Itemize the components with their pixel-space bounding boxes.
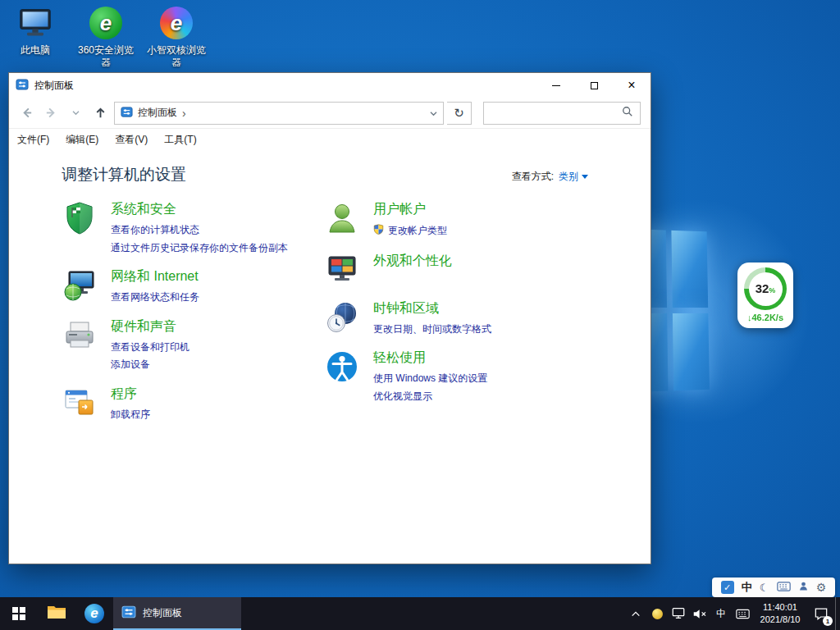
up-button[interactable] [89, 103, 111, 124]
category-appearance: 外观和个性化 [324, 252, 600, 291]
progress-percent-sign: % [769, 286, 775, 294]
category-title-user-accounts[interactable]: 用户帐户 [373, 201, 447, 218]
moon-punctuation-icon[interactable]: ☾ [760, 582, 769, 594]
close-button[interactable]: × [613, 73, 651, 98]
task-link[interactable]: 优化视觉显示 [373, 390, 487, 404]
refresh-button[interactable]: ↻ [447, 102, 472, 125]
view-by-value[interactable]: 类别 [559, 170, 588, 184]
refresh-icon: ↻ [454, 106, 464, 121]
minimize-button[interactable] [537, 73, 575, 98]
ime-logo-icon[interactable]: ✓ [721, 581, 734, 594]
volume-muted-icon[interactable] [689, 597, 710, 630]
minimize-icon [552, 85, 560, 86]
category-ease-of-access: 轻松使用 使用 Windows 建议的设置 优化视觉显示 [324, 349, 600, 408]
download-progress-badge[interactable]: 32 % ↓46.2K/s [737, 262, 793, 328]
xiaozhi-browser-icon: e [158, 5, 194, 41]
task-link[interactable]: 使用 Windows 建议的设置 [373, 372, 487, 386]
close-icon: × [628, 79, 635, 92]
taskbar-active-control-panel[interactable]: 控制面板 [113, 597, 241, 630]
action-center-button[interactable]: 1 [807, 597, 835, 630]
task-link[interactable]: 通过文件历史记录保存你的文件备份副本 [111, 242, 288, 255]
tray-app-ball-icon[interactable] [646, 597, 668, 630]
control-panel-content: 调整计算机的设置 查看方式: 类别 [9, 151, 651, 564]
category-title-hardware-sound[interactable]: 硬件和声音 [111, 318, 189, 336]
ease-of-access-icon[interactable] [324, 349, 360, 385]
system-security-shield-icon[interactable] [62, 200, 98, 236]
category-programs: 程序 卸载程序 [62, 385, 313, 427]
taskbar-clock[interactable]: 11:40:01 2021/8/10 [753, 597, 807, 630]
ime-toolbar: ✓ 中 ☾ ⚙ [712, 578, 835, 597]
task-link[interactable]: 添加设备 [111, 358, 189, 372]
browser-e-icon: e [84, 604, 104, 623]
category-title-system-security[interactable]: 系统和安全 [111, 201, 288, 218]
user-accounts-icon[interactable] [324, 200, 360, 236]
breadcrumb[interactable]: 控制面板 [138, 106, 177, 120]
address-dropdown-icon[interactable] [430, 107, 437, 119]
clock-region-icon[interactable] [324, 299, 360, 336]
appearance-monitor-icon[interactable] [324, 252, 360, 288]
network-monitor-icon[interactable] [62, 267, 98, 304]
category-column-left: 系统和安全 查看你的计算机状态 通过文件历史记录保存你的文件备份副本 [62, 200, 313, 435]
ime-user-icon[interactable] [798, 580, 809, 595]
category-hardware-sound: 硬件和声音 查看设备和打印机 添加设备 [62, 317, 313, 377]
breadcrumb-chevron-icon[interactable]: › [182, 107, 186, 120]
programs-icon[interactable] [62, 385, 98, 421]
task-link[interactable]: 查看设备和打印机 [111, 341, 189, 354]
windows-logo-pane [672, 313, 710, 390]
forward-button[interactable] [40, 103, 62, 124]
desktop-icon-label: 此电脑 [21, 44, 50, 57]
task-link-change-account-type[interactable]: 更改帐户类型 [373, 224, 447, 239]
browser-button[interactable]: e [75, 597, 113, 630]
menu-bar: 文件(F) 编辑(E) 查看(V) 工具(T) [9, 129, 651, 151]
window-title: 控制面板 [34, 79, 74, 93]
search-icon[interactable] [622, 106, 633, 121]
ime-settings-gear-icon[interactable]: ⚙ [816, 581, 827, 594]
category-title-clock-region[interactable]: 时钟和区域 [373, 300, 491, 317]
task-link[interactable]: 查看你的计算机状态 [111, 224, 288, 237]
task-link[interactable]: 更改日期、时间或数字格式 [373, 323, 491, 336]
maximize-icon [591, 82, 598, 89]
tray-chevron-up-icon[interactable] [625, 597, 646, 630]
category-network-internet: 网络和 Internet 查看网络状态和任务 [62, 267, 313, 309]
back-button[interactable] [16, 103, 37, 124]
breadcrumb-location-icon [121, 106, 133, 121]
start-button[interactable] [0, 597, 38, 630]
ime-keyboard-icon[interactable] [777, 580, 791, 595]
show-desktop-button[interactable] [835, 597, 840, 630]
recent-pages-dropdown[interactable] [65, 103, 86, 124]
tray-ime-indicator[interactable]: 中 [710, 597, 732, 630]
desktop-icon-label: 小智双核浏览器 [146, 44, 207, 69]
chevron-down-icon [582, 175, 588, 179]
network-status-icon[interactable] [668, 597, 689, 630]
task-link[interactable]: 查看网络状态和任务 [111, 291, 199, 304]
progress-ring: 32 % [744, 267, 787, 310]
category-title-programs[interactable]: 程序 [111, 386, 150, 403]
windows-logo-pane [671, 231, 708, 308]
navigation-bar: 控制面板 › ↻ [9, 98, 651, 129]
clock-time: 11:40:01 [763, 601, 797, 614]
control-panel-window: 控制面板 × [8, 72, 651, 564]
search-box[interactable] [483, 102, 641, 125]
notification-count-badge: 1 [823, 616, 833, 626]
file-explorer-button[interactable] [38, 597, 75, 630]
category-title-ease-of-access[interactable]: 轻松使用 [373, 349, 487, 367]
category-title-appearance[interactable]: 外观和个性化 [373, 253, 452, 270]
desktop-icon-xiaozhi-browser[interactable]: e 小智双核浏览器 [146, 5, 207, 69]
menu-view[interactable]: 查看(V) [115, 133, 148, 147]
printer-icon[interactable] [62, 317, 98, 354]
maximize-button[interactable] [575, 73, 613, 98]
address-bar[interactable]: 控制面板 › [114, 102, 444, 125]
search-input[interactable] [491, 107, 622, 119]
category-user-accounts: 用户帐户 更改帐户类型 [324, 200, 600, 244]
desktop-icon-this-pc[interactable]: 此电脑 [5, 5, 66, 69]
category-title-network-internet[interactable]: 网络和 Internet [111, 268, 199, 285]
task-link[interactable]: 卸载程序 [111, 409, 150, 422]
menu-edit[interactable]: 编辑(E) [66, 133, 98, 147]
touch-keyboard-icon[interactable] [732, 597, 753, 630]
ime-mode-chinese[interactable]: 中 [742, 580, 752, 595]
title-bar: 控制面板 × [9, 73, 651, 98]
desktop-icon-360-browser[interactable]: e 360安全浏览器 [75, 5, 136, 69]
menu-tools[interactable]: 工具(T) [164, 133, 196, 147]
desktop-icon-label: 360安全浏览器 [75, 44, 136, 69]
menu-file[interactable]: 文件(F) [17, 133, 49, 147]
